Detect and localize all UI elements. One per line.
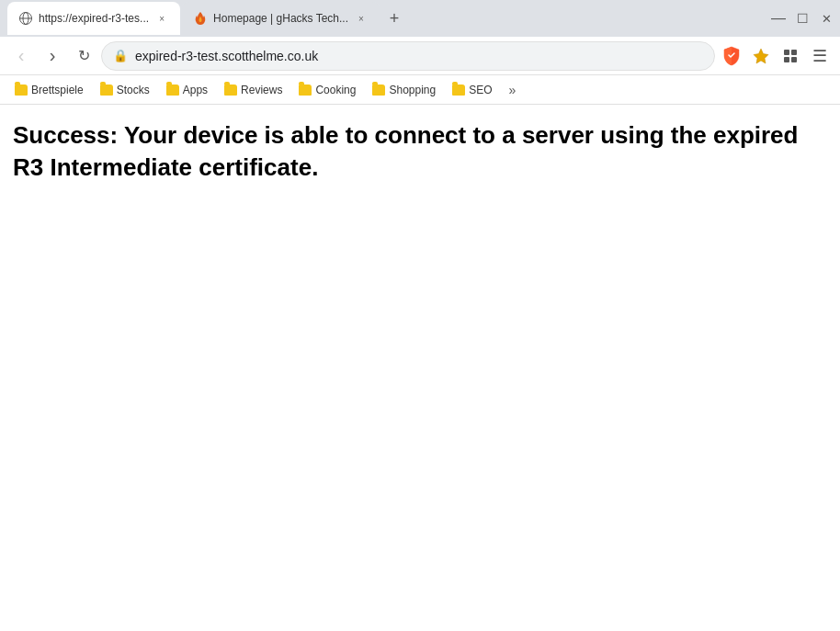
tab-active[interactable]: https://expired-r3-tes... × [7,2,180,35]
bookmark-brettspiele[interactable]: Brettspiele [7,81,91,99]
bookmark-stocks[interactable]: Stocks [93,81,157,99]
svg-rect-4 [784,50,789,55]
svg-rect-7 [791,57,797,62]
bookmark-label-reviews: Reviews [241,84,282,96]
bookmark-label-seo: SEO [469,84,492,96]
url-input[interactable] [135,49,703,63]
tab-close-active[interactable]: × [154,11,169,26]
menu-button[interactable]: ☰ [807,43,833,69]
bookmark-cooking[interactable]: Cooking [291,81,363,99]
close-button[interactable]: ✕ [820,12,833,25]
tab-favicon-flame [193,11,208,26]
bookmark-reviews[interactable]: Reviews [217,81,289,99]
nav-bar: ‹ › ↻ 🔒 [0,37,840,75]
address-bar[interactable]: 🔒 [101,41,715,71]
folder-icon-brettspiele [15,85,28,96]
minimize-button[interactable]: — [772,12,785,25]
svg-marker-3 [754,49,768,63]
browser-window: https://expired-r3-tes... × Homepage | g… [0,0,840,631]
bookmark-seo[interactable]: SEO [445,81,499,99]
tab-title-active: https://expired-r3-tes... [39,12,149,25]
forward-button[interactable]: › [39,42,66,70]
bookmark-label-shopping: Shopping [389,84,436,96]
svg-rect-5 [791,50,797,55]
folder-icon-seo [452,85,465,96]
maximize-button[interactable]: ☐ [796,12,809,25]
reload-button[interactable]: ↻ [70,42,97,70]
bookmark-label-apps: Apps [183,84,208,96]
bookmark-label-brettspiele: Brettspiele [31,84,84,96]
bookmark-label-stocks: Stocks [117,84,150,96]
tab-inactive[interactable]: Homepage | gHacks Tech... × [182,2,380,35]
svg-rect-6 [784,57,789,62]
folder-icon-shopping [372,85,385,96]
folder-icon-apps [166,85,179,96]
tab-favicon-globe [18,11,33,26]
bookmark-label-cooking: Cooking [315,84,356,96]
tab-close-inactive[interactable]: × [354,11,369,26]
lock-icon: 🔒 [113,49,128,62]
bookmark-apps[interactable]: Apps [159,81,215,99]
bookmarks-bar: Brettspiele Stocks Apps Reviews Cooking … [0,75,840,105]
extensions-button[interactable] [778,43,803,69]
folder-icon-stocks [100,85,113,96]
window-controls: — ☐ ✕ [772,2,833,35]
back-button[interactable]: ‹ [7,42,35,70]
new-tab-button[interactable]: + [381,6,407,31]
tab-title-inactive: Homepage | gHacks Tech... [213,12,348,25]
page-content: Success: Your device is able to connect … [0,105,840,631]
success-message: Success: Your device is able to connect … [13,119,803,184]
brave-rewards-button[interactable] [748,43,774,69]
title-bar: https://expired-r3-tes... × Homepage | g… [0,0,840,37]
folder-icon-cooking [299,85,312,96]
folder-icon-reviews [224,85,237,96]
bookmark-shopping[interactable]: Shopping [365,81,443,99]
brave-shield-button[interactable] [719,43,744,69]
tab-bar: https://expired-r3-tes... × Homepage | g… [7,2,833,35]
bookmarks-more-button[interactable]: » [504,80,522,100]
